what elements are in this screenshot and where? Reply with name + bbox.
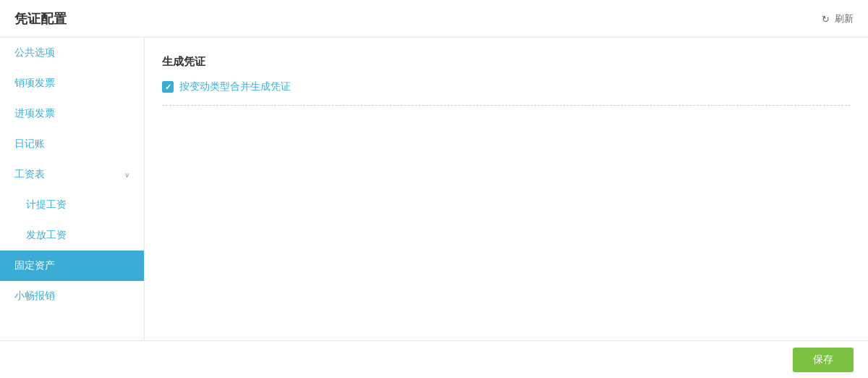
refresh-button[interactable]: ↻ 刷新 [822,12,854,25]
sidebar-item-expense-reimbursement[interactable]: 小畅报销 [0,281,144,311]
sidebar-item-purchase-invoice[interactable]: 进项发票 [0,98,144,129]
checkbox-label: 按变动类型合并生成凭证 [179,80,291,93]
sidebar-item-label: 公共选项 [14,46,55,59]
save-button[interactable]: 保存 [793,348,854,372]
page-header: 凭证配置 ↻ 刷新 [0,0,868,38]
divider [162,105,851,106]
sidebar-item-payroll-table[interactable]: 工资表∨ [0,159,144,190]
main-content: 生成凭证 按变动类型合并生成凭证 [145,38,868,340]
refresh-label: 刷新 [835,12,854,25]
content-area: 公共选项销项发票进项发票日记账工资表∨计提工资发放工资固定资产小畅报销 生成凭证… [0,38,868,340]
sidebar-item-label: 进项发票 [14,107,55,120]
refresh-icon: ↻ [822,14,832,24]
sidebar-item-label: 销项发票 [14,77,55,90]
page-title: 凭证配置 [14,10,67,28]
sidebar-item-label: 小畅报销 [14,290,55,303]
sidebar-item-sales-invoice[interactable]: 销项发票 [0,68,144,98]
sidebar: 公共选项销项发票进项发票日记账工资表∨计提工资发放工资固定资产小畅报销 [0,38,145,340]
chevron-down-icon: ∨ [124,171,129,179]
sidebar-item-label: 日记账 [14,138,45,151]
footer-bar: 保存 [0,340,868,378]
sidebar-item-label: 发放工资 [26,229,67,242]
sidebar-item-label: 计提工资 [26,198,67,211]
sidebar-item-payroll-issue[interactable]: 发放工资 [0,220,144,251]
section-title: 生成凭证 [162,55,851,69]
sidebar-item-public-options[interactable]: 公共选项 [0,38,144,68]
sidebar-item-fixed-assets[interactable]: 固定资产 [0,251,144,281]
sidebar-item-label: 固定资产 [14,259,55,272]
sidebar-item-payroll-accrual[interactable]: 计提工资 [0,190,144,220]
sidebar-item-label: 工资表 [14,168,45,181]
merge-checkbox[interactable] [162,81,174,93]
checkbox-row: 按变动类型合并生成凭证 [162,80,851,93]
sidebar-item-journal[interactable]: 日记账 [0,129,144,159]
